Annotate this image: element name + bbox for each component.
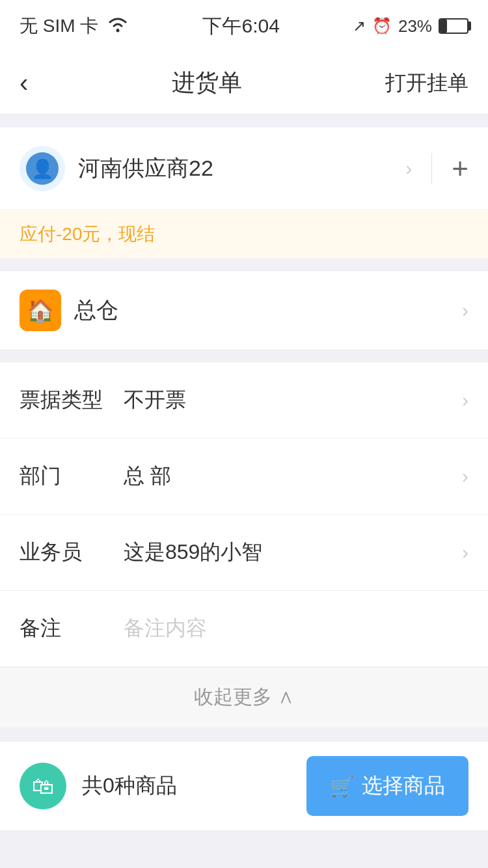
warehouse-icon: 🏠 xyxy=(20,290,61,331)
select-product-label: 选择商品 xyxy=(362,772,445,800)
section-gap-3 xyxy=(0,349,488,362)
note-label: 备注 xyxy=(20,614,111,643)
status-bar: 无 SIM 卡 下午6:04 ↗ ⏰ 23% xyxy=(0,0,488,52)
section-gap-2 xyxy=(0,258,488,271)
page-title: 进货单 xyxy=(172,67,242,99)
supplier-right-actions: › + xyxy=(405,152,468,185)
add-button[interactable]: + xyxy=(452,152,468,185)
sales-person-label: 业务员 xyxy=(20,538,111,567)
battery-label: 23% xyxy=(398,16,432,36)
section-gap-1 xyxy=(0,115,488,128)
open-pending-button[interactable]: 打开挂单 xyxy=(385,69,468,98)
supplier-avatar: 👤 xyxy=(20,146,65,191)
sales-person-value: 这是859的小智 xyxy=(124,538,462,567)
divider-vertical xyxy=(431,153,432,184)
invoice-type-row[interactable]: 票据类型 不开票 › xyxy=(0,362,488,439)
status-time: 下午6:04 xyxy=(202,13,279,40)
select-product-button[interactable]: 🛒 选择商品 xyxy=(306,756,468,816)
avatar-inner: 👤 xyxy=(26,152,59,185)
warehouse-name: 总仓 xyxy=(74,295,462,325)
warehouse-house-icon: 🏠 xyxy=(27,297,54,323)
warehouse-card: 🏠 总仓 › xyxy=(0,271,488,349)
sales-person-row[interactable]: 业务员 这是859的小智 › xyxy=(0,515,488,591)
alarm-icon: ⏰ xyxy=(372,17,392,35)
wifi-icon xyxy=(106,16,129,37)
warehouse-chevron-icon: › xyxy=(462,299,468,321)
avatar-person-icon: 👤 xyxy=(31,158,54,180)
cart-small-icon: 🛍 xyxy=(32,774,54,799)
product-count-icon: 🛍 xyxy=(20,763,66,809)
form-section: 票据类型 不开票 › 部门 总 部 › 业务员 这是859的小智 › 备注 备注… xyxy=(0,362,488,666)
department-chevron-icon: › xyxy=(462,465,468,487)
department-row[interactable]: 部门 总 部 › xyxy=(0,439,488,515)
supplier-chevron-icon: › xyxy=(405,157,412,180)
invoice-type-value: 不开票 xyxy=(124,386,462,414)
svg-point-0 xyxy=(116,29,120,32)
section-gap-4 xyxy=(0,727,488,740)
page-bottom-bg xyxy=(0,830,488,868)
invoice-type-chevron-icon: › xyxy=(462,389,468,411)
select-product-cart-icon: 🛒 xyxy=(330,775,354,798)
status-right: ↗ ⏰ 23% xyxy=(353,16,468,36)
carrier-label: 无 SIM 卡 xyxy=(20,14,98,38)
invoice-type-label: 票据类型 xyxy=(20,386,111,414)
warehouse-row[interactable]: 🏠 总仓 › xyxy=(0,271,488,349)
supplier-card: 👤 河南供应商22 › + 应付-20元，现结 xyxy=(0,128,488,258)
note-row[interactable]: 备注 备注内容 xyxy=(0,591,488,666)
status-left: 无 SIM 卡 xyxy=(20,14,129,38)
sales-person-chevron-icon: › xyxy=(462,541,468,563)
collapse-bar[interactable]: 收起更多 ∧ xyxy=(0,666,488,727)
note-placeholder: 备注内容 xyxy=(124,614,468,643)
bottom-bar: 🛍 共0种商品 🛒 选择商品 xyxy=(0,740,488,830)
nav-bar: ‹ 进货单 打开挂单 xyxy=(0,52,488,115)
department-label: 部门 xyxy=(20,462,111,491)
battery-icon xyxy=(439,18,468,34)
supplier-row[interactable]: 👤 河南供应商22 › + xyxy=(0,128,488,210)
supplier-name: 河南供应商22 xyxy=(78,154,405,183)
product-count-label: 共0种商品 xyxy=(82,772,291,800)
back-button[interactable]: ‹ xyxy=(20,68,28,98)
notice-bar: 应付-20元，现结 xyxy=(0,210,488,258)
location-icon: ↗ xyxy=(353,17,366,35)
department-value: 总 部 xyxy=(124,462,462,491)
